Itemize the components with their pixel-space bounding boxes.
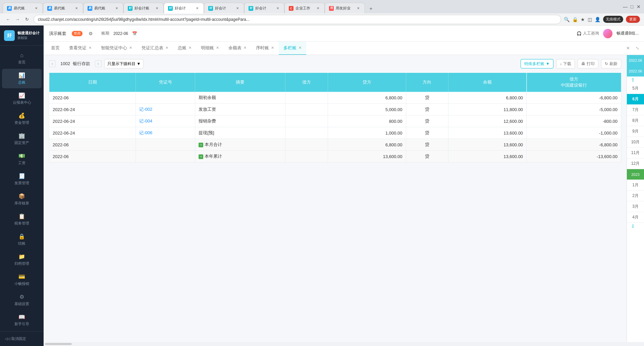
browser-tab-9[interactable]: 用 用友好业 ✕ bbox=[325, 3, 365, 13]
print-button[interactable]: 🖶 打印 bbox=[578, 59, 598, 68]
url-bar[interactable]: cloud2.chanjet.com/accounting/uh26t264j5… bbox=[34, 15, 561, 24]
tab-summary[interactable]: 凭证汇总表 ✕ bbox=[137, 42, 173, 55]
sidebar-item-reports[interactable]: 📈 云报表中心 bbox=[2, 89, 42, 108]
month-item-8[interactable]: 8月 bbox=[627, 115, 644, 126]
close-tab-general[interactable]: ✕ bbox=[189, 46, 192, 50]
sidebar-item-guide[interactable]: 📖 新手引导 bbox=[2, 310, 42, 330]
tab-general[interactable]: 总账 ✕ bbox=[173, 42, 196, 55]
expand-panel-button[interactable]: ⤡ bbox=[633, 44, 641, 52]
help-button[interactable]: 🎧 人工咨询 bbox=[577, 31, 599, 36]
tab-close-4[interactable]: ✕ bbox=[155, 6, 159, 10]
month-scroll-up[interactable]: ⇧ bbox=[627, 77, 639, 83]
update-button[interactable]: 更新 bbox=[626, 16, 640, 23]
month-item-1[interactable]: 1月 bbox=[627, 180, 644, 191]
bookmark-icon[interactable]: ★ bbox=[581, 17, 585, 22]
sidebar-item-invoice[interactable]: 🧾 发票管理 bbox=[2, 169, 42, 189]
voucher-link[interactable]: 记-004 bbox=[139, 118, 152, 123]
browser-tab-1[interactable]: 易 易代账 ✕ bbox=[3, 3, 43, 13]
app-header: 演示账套 禁用 ⚙ 账期 2022-06 📅 🎧 人工咨询 畅通通B组... bbox=[44, 26, 644, 42]
browser-tab-3[interactable]: 易 易代账 ✕ bbox=[83, 3, 123, 13]
profile-icon[interactable]: 👤 bbox=[595, 17, 600, 22]
reload-button[interactable]: ↻ bbox=[23, 15, 31, 23]
sidebar-item-close[interactable]: 🔒 结账 bbox=[2, 230, 42, 249]
close-tab-summary[interactable]: ✕ bbox=[165, 46, 168, 50]
close-tab-smart[interactable]: ✕ bbox=[129, 46, 132, 50]
month-item-10[interactable]: 10月 bbox=[627, 137, 644, 148]
back-button[interactable]: ← bbox=[4, 15, 12, 23]
tab-close-8[interactable]: ✕ bbox=[316, 6, 320, 10]
tab-balance[interactable]: 余额表 ✕ bbox=[224, 42, 251, 55]
tab-smart[interactable]: 智能凭证中心 ✕ bbox=[96, 42, 137, 55]
download-button[interactable]: ↓ 下载 bbox=[556, 59, 575, 68]
month-scroll-down[interactable]: ⇩ bbox=[627, 223, 639, 230]
month-item-9[interactable]: 9月 bbox=[627, 126, 644, 137]
tab-voucher[interactable]: 查看凭证 ✕ bbox=[64, 42, 96, 55]
browser-tab-8[interactable]: C 企业工作 ✕ bbox=[284, 3, 325, 13]
close-tab-sequence[interactable]: ✕ bbox=[271, 46, 274, 50]
scrollbar-thumb[interactable] bbox=[45, 343, 72, 345]
close-window-button[interactable]: ✕ bbox=[636, 4, 641, 9]
month-item-3[interactable]: 3月 bbox=[627, 201, 644, 212]
month-item-6[interactable]: 6月 bbox=[627, 94, 644, 105]
user-avatar[interactable] bbox=[603, 29, 612, 38]
browser-tab-5[interactable]: 好 好会计 ✕ bbox=[164, 3, 204, 13]
minimize-button[interactable]: ― bbox=[623, 4, 628, 9]
voucher-link[interactable]: 记-002 bbox=[139, 107, 152, 112]
close-tab-multi[interactable]: ✕ bbox=[299, 46, 302, 50]
browser-tab-2[interactable]: 易 易代账 ✕ bbox=[43, 3, 83, 13]
sidebar-item-tax[interactable]: 📋 税务管理 bbox=[2, 210, 42, 229]
special-multi-button[interactable]: 特殊多栏账 ▼ bbox=[521, 59, 553, 68]
refresh-icon: ↻ bbox=[605, 61, 608, 66]
search-icon[interactable]: 🔍 bbox=[564, 17, 570, 22]
month-item-4[interactable]: 4月 bbox=[627, 212, 644, 223]
browser-tab-6[interactable]: 好 好会计 ✕ bbox=[204, 3, 244, 13]
tab-multi[interactable]: 多栏账 ✕ bbox=[279, 42, 306, 55]
month-item-5[interactable]: 5月 bbox=[627, 83, 644, 94]
browser-tab-4[interactable]: 好 好会计账 ✕ bbox=[123, 3, 164, 13]
sidebar-item-ledger[interactable]: 📊 总账 bbox=[2, 69, 42, 88]
browser-tab-7[interactable]: 好 好会计 ✕ bbox=[244, 3, 284, 13]
filter-select[interactable]: 只显示下级科目 ▼ bbox=[104, 59, 144, 68]
sidebar-item-inventory[interactable]: 📦 库存核算 bbox=[2, 190, 42, 209]
close-tab-detail[interactable]: ✕ bbox=[216, 46, 219, 50]
month-item-7[interactable]: 7月 bbox=[627, 105, 644, 115]
calendar-icon[interactable]: 📅 bbox=[132, 31, 137, 36]
sidebar-item-settings[interactable]: ⚙ 基础设置 bbox=[2, 290, 42, 310]
incognito-button[interactable]: 无痕模式 bbox=[603, 16, 623, 23]
sidebar-item-home[interactable]: ⌂ 首页 bbox=[2, 49, 42, 68]
horizontal-scrollbar[interactable] bbox=[44, 342, 644, 346]
close-tab-balance[interactable]: ✕ bbox=[244, 46, 247, 50]
month-item-2[interactable]: 2月 bbox=[627, 191, 644, 201]
month-item-11[interactable]: 11月 bbox=[627, 148, 644, 158]
settings-gear-button[interactable]: ⚙ bbox=[87, 30, 95, 38]
sidebar-item-funds[interactable]: 💰 资金管理 bbox=[2, 109, 42, 129]
sidebar-item-assets[interactable]: 🏢 固定资产 bbox=[2, 129, 42, 149]
next-account-button[interactable]: › bbox=[95, 60, 102, 67]
refresh-button[interactable]: ↻ 刷新 bbox=[601, 59, 621, 68]
sidebar-item-archive[interactable]: 📁 归档管理 bbox=[2, 250, 42, 269]
sidebar-label-invoice: 发票管理 bbox=[14, 181, 29, 186]
sidebar-item-expense[interactable]: 💳 小畅报销 bbox=[2, 270, 42, 290]
tab-close-6[interactable]: ✕ bbox=[235, 6, 240, 10]
tab-detail[interactable]: 明细账 ✕ bbox=[196, 42, 224, 55]
close-tab-voucher[interactable]: ✕ bbox=[89, 46, 92, 50]
tab-close-5[interactable]: ✕ bbox=[195, 6, 200, 10]
tab-close-1[interactable]: ✕ bbox=[34, 6, 39, 10]
tab-close-9[interactable]: ✕ bbox=[356, 6, 361, 10]
sidebar-item-salary[interactable]: 💵 工资 bbox=[2, 149, 42, 169]
tab-sequence[interactable]: 序时账 ✕ bbox=[251, 42, 279, 55]
new-tab-button[interactable]: + bbox=[366, 4, 376, 13]
restore-button[interactable]: □ bbox=[629, 4, 635, 9]
cell-balance: 12,600.00 bbox=[448, 115, 527, 127]
voucher-link[interactable]: 记-006 bbox=[139, 130, 152, 135]
tab-home[interactable]: 首页 bbox=[46, 42, 64, 55]
tab-close-2[interactable]: ✕ bbox=[74, 6, 79, 10]
split-view-icon[interactable]: ◫ bbox=[588, 17, 592, 22]
forward-button[interactable]: → bbox=[13, 15, 21, 23]
close-panel-button[interactable]: ✕ bbox=[624, 44, 632, 52]
tab-close-3[interactable]: ✕ bbox=[114, 6, 119, 10]
tab-close-7[interactable]: ✕ bbox=[275, 6, 280, 10]
month-item-12[interactable]: 12月 bbox=[627, 158, 644, 169]
prev-account-button[interactable]: ‹ bbox=[49, 60, 56, 67]
unpin-button[interactable]: ◁◁ 取消固定 bbox=[3, 334, 41, 343]
